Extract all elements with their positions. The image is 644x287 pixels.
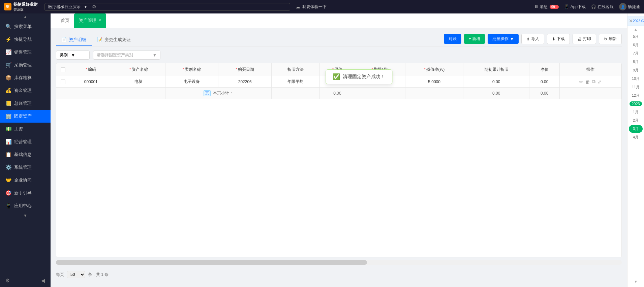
subtotal-empty-6 (355, 88, 405, 99)
experience-btn[interactable]: 我要体验一下 (302, 4, 327, 10)
top-bar: 财 畅捷通好业财 普及版 医疗器械行业演示 ▼ ⚙ ☁ 我要体验一下 🖥 消息 … (0, 0, 644, 13)
sidebar-item-cooperation[interactable]: 🤝 企业协同 (0, 174, 51, 187)
copy-icon[interactable]: ⧉ (592, 79, 595, 85)
tab-close-icon[interactable]: ✕ (98, 18, 101, 23)
month-item-11[interactable]: 11月 (627, 83, 644, 91)
col-purchase-date: *购买日期 (218, 63, 272, 76)
dropdown-arrow-icon: ▼ (153, 53, 157, 58)
month-item-12[interactable]: 12月 (627, 92, 644, 99)
sub-tab-asset-detail-label: 资产明细 (69, 37, 86, 43)
sidebar-item-management[interactable]: 📊 经营管理 (0, 135, 51, 148)
more-icon[interactable]: ⤢ (597, 79, 602, 85)
sidebar-gear-icon[interactable]: ⚙ (5, 278, 10, 284)
sidebar-item-label: 企业协同 (14, 177, 32, 183)
user-avatar[interactable]: 👤 畅捷通 (619, 3, 640, 10)
row-checkbox[interactable] (61, 79, 65, 84)
management-icon: 📊 (5, 139, 11, 145)
subtotal-row: 页 本页小计： 0.00 0.00 0.00 (56, 88, 621, 99)
edit-icon[interactable]: ✏ (579, 79, 583, 85)
mobile-icon: 📱 (564, 4, 569, 9)
online-service-btn[interactable]: 🎧 在线客服 (591, 4, 614, 10)
sidebar-item-ledger[interactable]: 📒 总账管理 (0, 97, 51, 110)
month-item-6[interactable]: 6月 (627, 41, 644, 49)
logo-icon: 财 (4, 3, 11, 10)
right-panel-scroll-down[interactable]: ▼ (634, 279, 638, 284)
sidebar-item-label: 系统管理 (14, 164, 32, 170)
company-name: 医疗器械行业演示 (48, 4, 81, 10)
sidebar-item-purchase[interactable]: 🛒 采购管理 (0, 59, 51, 71)
cooperation-icon: 🤝 (5, 177, 11, 183)
print-icon: 🖨 (578, 37, 582, 41)
sales-icon: 📈 (5, 49, 11, 55)
right-panel-scroll-up[interactable]: ▲ (634, 27, 638, 32)
download-button[interactable]: ⬇ 下载 (547, 34, 570, 44)
sidebar-collapse-icon[interactable]: ◀ (41, 278, 45, 284)
panel-close-icon[interactable]: ✕ (629, 18, 633, 24)
message-icon: 🖥 (534, 4, 538, 9)
sidebar-item-funds[interactable]: 💰 资金管理 (0, 84, 51, 97)
sidebar-item-basic-info[interactable]: 📋 基础信息 (0, 148, 51, 161)
per-page-select[interactable]: 50 100 (67, 271, 85, 278)
app-download-btn[interactable]: 📱 App下载 (564, 4, 586, 10)
horizontal-scrollbar[interactable] (56, 257, 622, 267)
gear-icon[interactable]: ⚙ (92, 4, 96, 9)
month-item-4[interactable]: 4月 (627, 133, 644, 141)
sidebar-scroll-down[interactable]: ▼ (0, 212, 51, 219)
sidebar-item-system[interactable]: ⚙️ 系统管理 (0, 161, 51, 174)
row-residual-rate: 5.0000 (405, 76, 463, 88)
month-item-9[interactable]: 9月 (627, 66, 644, 74)
month-item-5[interactable]: 5月 (627, 33, 644, 40)
month-item-1[interactable]: 1月 (627, 108, 644, 116)
subtotal-empty-5 (272, 88, 320, 99)
sidebar-item-sales[interactable]: 📈 销售管理 (0, 46, 51, 59)
sidebar-item-fixed-assets[interactable]: 🏢 固定资产 (0, 110, 51, 123)
category-input[interactable]: 请选择固定资产类别 ▼ (93, 51, 160, 60)
batch-button[interactable]: 批量操作 ▼ (488, 34, 519, 44)
sidebar-item-payroll[interactable]: 💵 工资 (0, 123, 51, 135)
header-checkbox[interactable] (61, 67, 65, 72)
sidebar-bottom: ⚙ ◀ (0, 274, 51, 287)
export-button[interactable]: ⬆ 导入 (521, 34, 544, 44)
sidebar-item-label: 库存核算 (14, 75, 32, 81)
row-checkbox-cell (56, 76, 70, 88)
main-layout: ▲ 🔍 搜索菜单 ⚡ 快捷导航 📈 销售管理 🛒 采购管理 📦 库存核算 💰 资… (0, 13, 644, 287)
sidebar-item-guide[interactable]: 🎯 新手引导 (0, 187, 51, 199)
ledger-icon: 📒 (5, 100, 11, 106)
sidebar-scroll-up[interactable]: ▲ (0, 13, 51, 20)
month-item-2[interactable]: 2月 (627, 117, 644, 124)
system-icon: ⚙️ (5, 164, 11, 170)
new-button[interactable]: + 新增 (464, 34, 485, 44)
sidebar-item-inventory[interactable]: 📦 库存核算 (0, 71, 51, 84)
month-item-8[interactable]: 8月 (627, 58, 644, 66)
online-service-label: 在线客服 (597, 4, 614, 10)
sidebar-item-label: 经营管理 (14, 139, 32, 145)
month-item-10[interactable]: 10月 (627, 75, 644, 83)
category-filter[interactable]: 类别 ▼ (56, 51, 90, 60)
row-name: 电脑 (112, 76, 165, 88)
funds-icon: 💰 (5, 88, 11, 94)
tab-asset-management[interactable]: 资产管理 ✕ (74, 13, 106, 28)
payroll-icon: 💵 (5, 126, 11, 132)
delete-icon[interactable]: 🗑 (585, 79, 590, 85)
fixed-assets-icon: 🏢 (5, 113, 11, 119)
sidebar-item-search[interactable]: 🔍 搜索菜单 (0, 20, 51, 33)
month-item-3[interactable]: 3月 (629, 125, 643, 133)
sidebar-item-label: 快捷导航 (14, 36, 32, 42)
col-net-value: 净值 (529, 63, 560, 76)
print-button[interactable]: 🖨 打印 (573, 34, 596, 44)
subtotal-label-cell: 页 本页小计： (165, 88, 271, 99)
sub-tab-asset-detail[interactable]: 📄 资产明细 (56, 34, 92, 46)
sidebar-item-label: 销售管理 (14, 49, 32, 55)
sidebar-item-label: 资金管理 (14, 88, 32, 94)
tab-home[interactable]: 首页 (56, 13, 74, 28)
subtotal-empty-1 (56, 88, 70, 99)
reconcile-button[interactable]: 对账 (444, 34, 461, 44)
month-item-7[interactable]: 7月 (627, 50, 644, 57)
refresh-button[interactable]: ↻ 刷新 (599, 34, 622, 44)
sidebar-item-apps[interactable]: 📱 应用中心 (0, 199, 51, 212)
message-btn[interactable]: 🖥 消息 99+ (534, 4, 559, 10)
sub-tab-change-voucher[interactable]: 📝 变更生成凭证 (92, 34, 136, 46)
sidebar-item-quick-nav[interactable]: ⚡ 快捷导航 (0, 33, 51, 46)
right-panel: ✕ 2023.03 ⤢ ▲ 5月 6月 7月 8月 9月 10月 11月 12月… (627, 13, 644, 287)
company-selector[interactable]: 医疗器械行业演示 ▼ ⚙ (44, 3, 290, 11)
